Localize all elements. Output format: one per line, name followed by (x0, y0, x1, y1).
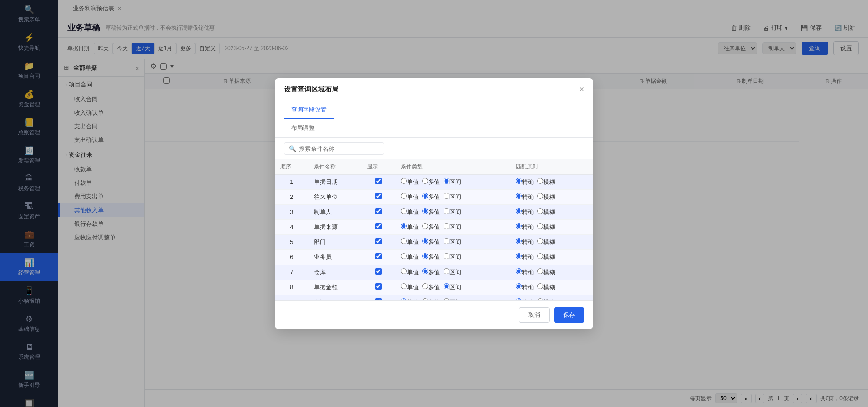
cond-radio-5-多值[interactable] (422, 238, 428, 244)
cond-radio-1-多值[interactable] (422, 178, 428, 184)
row-show-7[interactable] (362, 265, 395, 280)
row-name-5: 部门 (308, 234, 362, 249)
dialog-tab-layout[interactable]: 布局调整 (284, 119, 334, 137)
row-show-8[interactable] (362, 280, 395, 295)
cond-radio-3-多值[interactable] (422, 208, 428, 214)
row-cond-1: 单值多值区间 (395, 174, 511, 189)
settings-table-row: 6业务员单值多值区间精确模糊 (275, 249, 593, 265)
cond-radio-6-多值[interactable] (422, 253, 428, 259)
row-cond-2: 单值多值区间 (395, 189, 511, 204)
dialog-overlay: 设置查询区域布局 × 查询字段设置布局调整 🔍 顺序条件名称显示条件类型匹配原则… (0, 0, 868, 407)
cond-radio-7-区间[interactable] (444, 268, 449, 274)
cond-radio-7-多值[interactable] (422, 268, 428, 274)
row-match-6: 精确模糊 (510, 249, 593, 265)
match-radio-8-模糊[interactable] (537, 283, 543, 289)
show-checkbox-7[interactable] (375, 268, 382, 275)
settings-table-scroll: 顺序条件名称显示条件类型匹配原则 1单据日期单值多值区间精确模糊2往来单位单值多… (275, 159, 593, 300)
row-order-1: 1 (275, 174, 308, 189)
dialog-close-button[interactable]: × (579, 85, 584, 94)
settings-table: 顺序条件名称显示条件类型匹配原则 1单据日期单值多值区间精确模糊2往来单位单值多… (275, 159, 593, 300)
row-order-2: 2 (275, 189, 308, 204)
cond-radio-5-单值[interactable] (401, 238, 407, 244)
match-radio-1-精确[interactable] (516, 178, 522, 184)
row-match-8: 精确模糊 (510, 280, 593, 295)
match-radio-1-模糊[interactable] (537, 178, 543, 184)
match-radio-2-精确[interactable] (516, 193, 522, 199)
cond-radio-4-单值[interactable] (401, 223, 407, 229)
row-show-9[interactable] (362, 295, 395, 300)
match-radio-5-精确[interactable] (516, 238, 522, 244)
row-order-4: 4 (275, 219, 308, 234)
cond-radio-5-区间[interactable] (444, 238, 449, 244)
match-radio-8-精确[interactable] (516, 283, 522, 289)
match-radio-6-精确[interactable] (516, 253, 522, 259)
search-icon: 🔍 (289, 145, 296, 152)
settings-table-row: 3制单人单值多值区间精确模糊 (275, 204, 593, 219)
show-checkbox-4[interactable] (375, 223, 382, 229)
row-match-7: 精确模糊 (510, 265, 593, 280)
row-cond-6: 单值多值区间 (395, 249, 511, 265)
cond-radio-2-单值[interactable] (401, 193, 407, 199)
match-radio-7-模糊[interactable] (537, 268, 543, 274)
show-checkbox-3[interactable] (375, 208, 382, 214)
row-order-7: 7 (275, 265, 308, 280)
cond-radio-2-多值[interactable] (422, 193, 428, 199)
match-radio-7-精确[interactable] (516, 268, 522, 274)
search-input[interactable] (299, 145, 379, 152)
row-show-5[interactable] (362, 234, 395, 249)
row-show-1[interactable] (362, 174, 395, 189)
cond-radio-8-多值[interactable] (422, 283, 428, 289)
row-order-3: 3 (275, 204, 308, 219)
cond-radio-6-单值[interactable] (401, 253, 407, 259)
row-name-9: 备注 (308, 295, 362, 300)
row-show-2[interactable] (362, 189, 395, 204)
row-show-3[interactable] (362, 204, 395, 219)
cond-radio-1-区间[interactable] (444, 178, 449, 184)
match-radio-6-模糊[interactable] (537, 253, 543, 259)
cond-radio-3-单值[interactable] (401, 208, 407, 214)
row-order-8: 8 (275, 280, 308, 295)
settings-header-显示: 显示 (362, 159, 395, 175)
cancel-button[interactable]: 取消 (519, 307, 550, 323)
dialog-save-button[interactable]: 保存 (554, 307, 584, 323)
settings-table-row: 5部门单值多值区间精确模糊 (275, 234, 593, 249)
cond-radio-6-区间[interactable] (444, 253, 449, 259)
dialog-tabs: 查询字段设置布局调整 (275, 101, 593, 138)
cond-radio-8-区间[interactable] (444, 283, 449, 289)
show-checkbox-8[interactable] (375, 283, 382, 290)
cond-radio-4-多值[interactable] (422, 223, 428, 229)
match-radio-3-精确[interactable] (516, 208, 522, 214)
match-radio-3-模糊[interactable] (537, 208, 543, 214)
cond-radio-1-单值[interactable] (401, 178, 407, 184)
row-cond-7: 单值多值区间 (395, 265, 511, 280)
search-box: 🔍 (284, 142, 384, 155)
cond-radio-8-单值[interactable] (401, 283, 407, 289)
row-name-2: 往来单位 (308, 189, 362, 204)
row-match-9: 精确模糊 (510, 295, 593, 300)
match-radio-4-模糊[interactable] (537, 223, 543, 229)
show-checkbox-6[interactable] (375, 253, 382, 259)
row-show-6[interactable] (362, 249, 395, 265)
row-order-9: 9 (275, 295, 308, 300)
dialog-footer: 取消 保存 (275, 300, 593, 329)
row-order-6: 6 (275, 249, 308, 265)
row-show-4[interactable] (362, 219, 395, 234)
show-checkbox-5[interactable] (375, 238, 382, 244)
match-radio-5-模糊[interactable] (537, 238, 543, 244)
row-cond-8: 单值多值区间 (395, 280, 511, 295)
cond-radio-7-单值[interactable] (401, 268, 407, 274)
cond-radio-2-区间[interactable] (444, 193, 449, 199)
cond-radio-4-区间[interactable] (444, 223, 449, 229)
cond-radio-3-区间[interactable] (444, 208, 449, 214)
row-name-3: 制单人 (308, 204, 362, 219)
dialog-tab-field_settings[interactable]: 查询字段设置 (284, 101, 334, 119)
show-checkbox-1[interactable] (375, 178, 382, 184)
settings-table-row: 1单据日期单值多值区间精确模糊 (275, 174, 593, 189)
row-name-1: 单据日期 (308, 174, 362, 189)
match-radio-2-模糊[interactable] (537, 193, 543, 199)
match-radio-4-精确[interactable] (516, 223, 522, 229)
row-match-1: 精确模糊 (510, 174, 593, 189)
row-cond-5: 单值多值区间 (395, 234, 511, 249)
show-checkbox-2[interactable] (375, 193, 382, 199)
settings-table-row: 7仓库单值多值区间精确模糊 (275, 265, 593, 280)
